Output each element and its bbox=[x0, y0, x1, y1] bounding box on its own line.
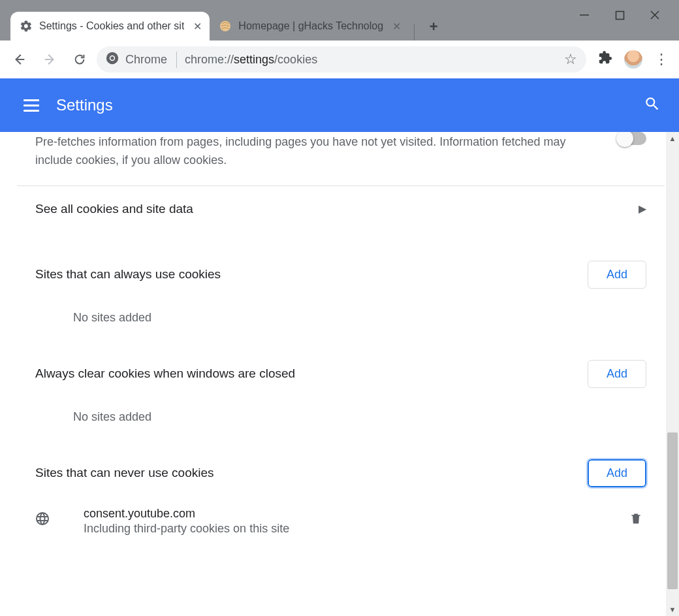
site-info[interactable]: consent.youtube.com Including third-part… bbox=[84, 506, 616, 536]
bookmark-star-icon[interactable]: ☆ bbox=[564, 51, 577, 68]
site-domain: consent.youtube.com bbox=[84, 506, 616, 522]
url-text: chrome://settings/cookies bbox=[185, 53, 556, 67]
chevron-right-icon: ▶ bbox=[639, 203, 646, 215]
section-title: Sites that can never use cookies bbox=[35, 466, 214, 480]
window-controls bbox=[575, 0, 679, 25]
add-button[interactable]: Add bbox=[588, 360, 646, 388]
new-tab-button[interactable]: + bbox=[424, 17, 443, 37]
section-clear-on-close: Always clear cookies when windows are cl… bbox=[17, 331, 665, 388]
section-title: Always clear cookies when windows are cl… bbox=[35, 366, 295, 381]
chrome-icon bbox=[106, 52, 119, 68]
toolbar-actions: ⋮ bbox=[590, 50, 672, 69]
reload-button[interactable] bbox=[67, 46, 93, 73]
profile-avatar[interactable] bbox=[624, 50, 642, 69]
tab-settings[interactable]: Settings - Cookies and other sit ✕ bbox=[10, 12, 210, 41]
empty-message: No sites added bbox=[17, 289, 665, 331]
close-icon[interactable]: ✕ bbox=[193, 20, 202, 33]
close-icon[interactable]: ✕ bbox=[392, 20, 401, 33]
see-all-cookies-link[interactable]: See all cookies and site data ▶ bbox=[17, 186, 665, 232]
section-title: Sites that can always use cookies bbox=[35, 267, 221, 282]
prefetch-description: Pre-fetches information from pages, incl… bbox=[35, 133, 584, 170]
chip-label: Chrome bbox=[125, 53, 167, 67]
kebab-menu-icon[interactable]: ⋮ bbox=[654, 51, 669, 68]
settings-content: Pre-fetches information from pages, incl… bbox=[0, 132, 666, 616]
window-titlebar: Settings - Cookies and other sit ✕ Homep… bbox=[0, 0, 679, 41]
site-subtext: Including third-party cookies on this si… bbox=[84, 522, 616, 536]
browser-toolbar: Chrome chrome://settings/cookies ☆ ⋮ bbox=[0, 41, 679, 78]
gear-icon bbox=[20, 20, 33, 33]
site-favicon bbox=[219, 20, 232, 33]
settings-header: Settings bbox=[0, 78, 679, 132]
prefetch-toggle[interactable] bbox=[618, 132, 646, 145]
scroll-up-arrow-icon[interactable]: ▲ bbox=[666, 132, 679, 145]
address-bar[interactable]: Chrome chrome://settings/cookies ☆ bbox=[97, 46, 586, 73]
tab-strip: Settings - Cookies and other sit ✕ Homep… bbox=[0, 0, 443, 41]
section-never-allow: Sites that can never use cookies Add bbox=[17, 430, 665, 487]
prefetch-setting-row: Pre-fetches information from pages, incl… bbox=[17, 132, 665, 186]
svg-rect-1 bbox=[616, 11, 624, 19]
section-always-allow: Sites that can always use cookies Add bbox=[17, 232, 665, 289]
search-button[interactable] bbox=[644, 95, 661, 115]
site-info-chip[interactable]: Chrome bbox=[106, 52, 177, 68]
forward-button[interactable] bbox=[37, 46, 63, 73]
add-button[interactable]: Add bbox=[588, 459, 646, 487]
scroll-thumb[interactable] bbox=[667, 432, 678, 589]
back-button[interactable] bbox=[7, 46, 33, 73]
see-all-label: See all cookies and site data bbox=[35, 202, 193, 216]
trash-icon[interactable] bbox=[629, 511, 642, 529]
window-maximize-button[interactable] bbox=[610, 5, 629, 25]
tab-ghacks[interactable]: Homepage | gHacks Technolog ✕ bbox=[210, 12, 409, 41]
tab-separator bbox=[414, 24, 415, 41]
window-close-button[interactable] bbox=[645, 5, 665, 25]
globe-icon bbox=[34, 511, 51, 530]
window-minimize-button[interactable] bbox=[575, 5, 594, 25]
menu-hamburger-icon[interactable] bbox=[24, 99, 39, 112]
scroll-down-arrow-icon[interactable]: ▼ bbox=[666, 603, 679, 616]
tab-title: Homepage | gHacks Technolog bbox=[238, 20, 383, 32]
empty-message: No sites added bbox=[17, 388, 665, 430]
site-entry-row: consent.youtube.com Including third-part… bbox=[17, 487, 665, 542]
extensions-icon[interactable] bbox=[598, 50, 612, 69]
settings-content-wrap: Pre-fetches information from pages, incl… bbox=[0, 132, 679, 616]
vertical-scrollbar[interactable]: ▲ ▼ bbox=[666, 132, 679, 616]
svg-point-7 bbox=[110, 56, 114, 59]
tab-title: Settings - Cookies and other sit bbox=[39, 20, 184, 32]
add-button[interactable]: Add bbox=[588, 261, 646, 289]
page-title: Settings bbox=[56, 96, 113, 114]
